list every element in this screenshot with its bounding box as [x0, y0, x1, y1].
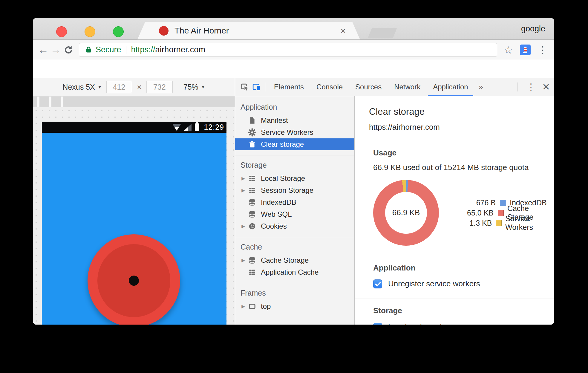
sidebar-item-top-frame[interactable]: ▶ top: [235, 300, 354, 312]
local-session-storage-row: Local and session storage: [373, 322, 554, 325]
bookmark-star-icon[interactable]: ☆: [504, 45, 513, 55]
sidebar-item-application-cache[interactable]: Application Cache: [235, 266, 354, 278]
browser-menu-icon[interactable]: ⋮: [538, 45, 547, 55]
sidebar-item-local-storage[interactable]: ▶ Local Storage: [235, 172, 354, 184]
expand-arrow-icon[interactable]: ▶: [235, 258, 248, 263]
address-bar[interactable]: Secure https:// airhorner.com: [79, 43, 497, 57]
expand-arrow-icon[interactable]: ▶: [235, 304, 248, 309]
device-toolbar-icon: [252, 82, 261, 91]
sidebar-item-web-sql[interactable]: Web SQL: [235, 208, 354, 220]
page-content: [42, 133, 226, 325]
wifi-icon: [172, 124, 181, 131]
url-scheme: https://: [131, 45, 155, 54]
sidebar-item-cache-storage[interactable]: ▶ Cache Storage: [235, 254, 354, 266]
phone-status-bar: 12:29: [42, 122, 226, 133]
application-heading: Application: [373, 263, 554, 273]
legend-swatch: [496, 220, 502, 226]
sidebar-item-session-storage[interactable]: ▶ Session Storage: [235, 184, 354, 196]
sidebar-item-manifest[interactable]: Manifest: [235, 114, 354, 126]
legend-swatch: [500, 200, 506, 206]
viewport-width-input[interactable]: [106, 81, 132, 93]
tab-sources[interactable]: Sources: [349, 78, 388, 96]
toggle-device-toolbar-button[interactable]: [251, 80, 263, 94]
status-clock: 12:29: [204, 123, 224, 132]
unregister-sw-checkbox[interactable]: [373, 279, 382, 288]
usage-chart-row: 66.9 KB 676 B IndexedDB 65.0 KB: [373, 180, 554, 246]
media-query-gap: [61, 97, 63, 107]
forward-button[interactable]: →: [50, 43, 62, 56]
table-icon: [248, 186, 257, 195]
cookie-icon: [248, 222, 257, 230]
sidebar-item-indexeddb[interactable]: IndexedDB: [235, 196, 354, 208]
expand-arrow-icon[interactable]: ▶: [235, 188, 248, 193]
devtools-close-icon[interactable]: ✕: [542, 82, 550, 92]
device-toolbar: Nexus 5X ▼ × 75% ▼: [33, 78, 235, 97]
tab-favicon-icon: [159, 26, 169, 36]
database-icon: [248, 210, 257, 218]
tab-console[interactable]: Console: [310, 78, 349, 96]
local-session-storage-checkbox[interactable]: [373, 323, 382, 325]
toolbar-right-controls: ☆ ⋮: [504, 45, 547, 55]
toolbar-divider: [265, 82, 265, 91]
sidebar-item-service-workers[interactable]: Service Workers: [235, 126, 354, 138]
device-emulation-pane: Nexus 5X ▼ × 75% ▼: [33, 78, 235, 325]
expand-arrow-icon[interactable]: ▶: [235, 224, 248, 229]
inspect-element-button[interactable]: [239, 80, 251, 94]
gear-icon: [248, 128, 257, 137]
device-canvas: 12:29: [33, 107, 235, 325]
database-icon: [248, 198, 257, 207]
expand-arrow-icon[interactable]: ▶: [235, 176, 248, 181]
security-label: Secure: [96, 45, 121, 54]
panel-divider: [355, 256, 554, 256]
application-sidebar: Application Manifest: [235, 96, 355, 325]
tab-application[interactable]: Application: [427, 78, 474, 96]
tab-strip: The Air Horner × google: [33, 18, 554, 40]
viewport-height-input[interactable]: [146, 81, 173, 93]
panel-origin: https://airhorner.com: [369, 123, 554, 132]
usage-heading: Usage: [373, 148, 554, 158]
sidebar-item-clear-storage[interactable]: Clear storage: [235, 138, 354, 150]
panel-divider: [355, 139, 554, 139]
browser-window: The Air Horner × google ← → Secure https…: [33, 18, 554, 325]
browser-tab[interactable]: The Air Horner ×: [137, 22, 360, 39]
new-tab-button[interactable]: [368, 28, 397, 38]
media-query-bar[interactable]: [33, 97, 235, 107]
devtools-tab-bar: Elements Console Sources Network Applica…: [235, 78, 554, 96]
sidebar-section-frames: Frames: [235, 283, 354, 300]
table-icon: [248, 268, 257, 276]
media-query-gap: [37, 97, 39, 107]
lighthouse-extension-icon[interactable]: [520, 45, 531, 55]
trash-icon: [248, 140, 257, 149]
panel-title: Clear storage: [369, 106, 554, 117]
sidebar-item-cookies[interactable]: ▶ Cookies: [235, 220, 354, 232]
phone-viewport: 12:29: [42, 122, 226, 325]
usage-donut: 66.9 KB: [373, 180, 439, 246]
device-selector[interactable]: Nexus 5X ▼: [62, 83, 102, 91]
close-window-button[interactable]: [56, 26, 67, 37]
dimension-separator: ×: [137, 82, 142, 92]
legend-swatch: [498, 210, 504, 216]
chevron-down-icon: ▼: [98, 85, 102, 89]
legend-row-service-workers: 1.3 KB Service Workers: [460, 218, 554, 227]
back-button[interactable]: ←: [37, 43, 50, 56]
usage-donut-label: 66.9 KB: [373, 208, 439, 217]
zoom-selector[interactable]: 75% ▼: [183, 83, 205, 91]
tab-elements[interactable]: Elements: [268, 78, 310, 96]
zoom-window-button[interactable]: [113, 26, 124, 37]
profile-label: google: [521, 24, 545, 33]
air-horn-button[interactable]: [88, 234, 180, 325]
air-horn-center-dot: [129, 276, 139, 286]
sidebar-section-storage: Storage: [235, 155, 354, 172]
more-tabs-button[interactable]: »: [474, 82, 488, 92]
unregister-sw-row: Unregister service workers: [373, 279, 554, 288]
minimize-window-button[interactable]: [85, 26, 95, 37]
document-icon: [248, 116, 257, 125]
inspect-cursor-icon: [240, 82, 249, 91]
devtools-menu-icon[interactable]: ⋮: [526, 82, 535, 92]
tab-close-icon[interactable]: ×: [340, 26, 346, 35]
air-horn-inner-disc: [97, 244, 170, 317]
secure-lock-icon: [85, 46, 93, 54]
chevron-down-icon: ▼: [201, 85, 205, 89]
reload-button[interactable]: [62, 43, 75, 56]
tab-network[interactable]: Network: [388, 78, 427, 96]
